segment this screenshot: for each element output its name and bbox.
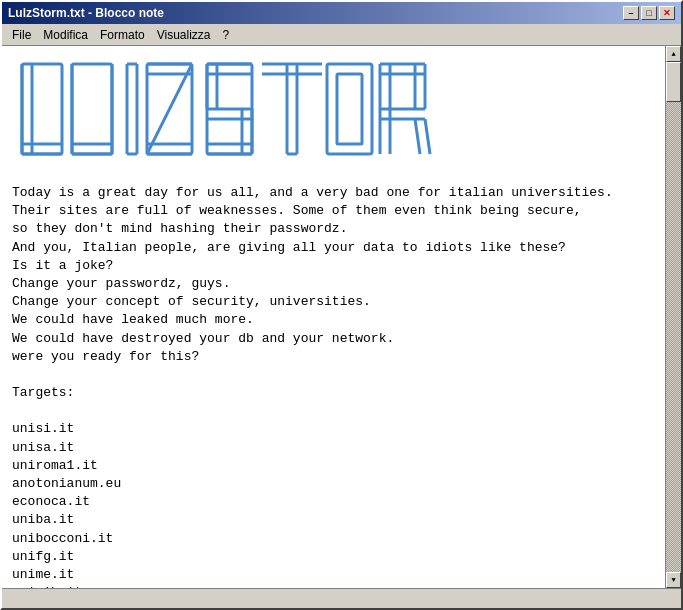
scroll-thumb[interactable] bbox=[666, 62, 681, 102]
menu-modifica[interactable]: Modifica bbox=[37, 26, 94, 44]
window-title: LulzStorm.txt - Blocco note bbox=[8, 6, 164, 20]
svg-rect-5 bbox=[72, 64, 112, 154]
scroll-track-space bbox=[666, 102, 681, 572]
scroll-down-button[interactable]: ▼ bbox=[666, 572, 681, 588]
svg-line-17 bbox=[147, 64, 192, 154]
svg-line-46 bbox=[425, 119, 430, 154]
logo-container bbox=[12, 54, 655, 164]
main-window: LulzStorm.txt - Blocco note – □ ✕ File M… bbox=[0, 0, 683, 610]
menu-help[interactable]: ? bbox=[217, 26, 236, 44]
vertical-scrollbar[interactable]: ▲ ▼ bbox=[665, 46, 681, 588]
title-bar: LulzStorm.txt - Blocco note – □ ✕ bbox=[2, 2, 681, 24]
status-bar bbox=[2, 588, 681, 608]
maximize-button[interactable]: □ bbox=[641, 6, 657, 20]
text-area[interactable]: Today is a great day for us all, and a v… bbox=[2, 46, 665, 588]
svg-rect-0 bbox=[22, 64, 62, 154]
close-button[interactable]: ✕ bbox=[659, 6, 675, 20]
svg-rect-36 bbox=[327, 64, 372, 154]
menu-visualizza[interactable]: Visualizza bbox=[151, 26, 217, 44]
content-area: Today is a great day for us all, and a v… bbox=[2, 46, 681, 588]
menu-formato[interactable]: Formato bbox=[94, 26, 151, 44]
scroll-up-button[interactable]: ▲ bbox=[666, 46, 681, 62]
menu-file[interactable]: File bbox=[6, 26, 37, 44]
menu-bar: File Modifica Formato Visualizza ? bbox=[2, 24, 681, 46]
title-bar-buttons: – □ ✕ bbox=[623, 6, 675, 20]
svg-rect-37 bbox=[337, 74, 362, 144]
minimize-button[interactable]: – bbox=[623, 6, 639, 20]
main-text-content: Today is a great day for us all, and a v… bbox=[12, 184, 655, 588]
lulzstorm-logo bbox=[12, 54, 442, 164]
svg-line-47 bbox=[415, 119, 420, 154]
